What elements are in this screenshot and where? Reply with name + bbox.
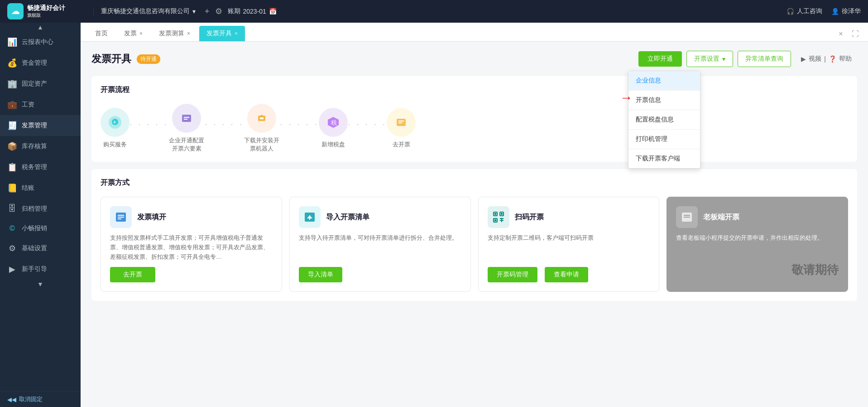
process-step-1: + 购买服务 [101, 108, 129, 149]
import-buttons: 导入清单 [299, 267, 461, 282]
methods-title: 开票方式 [101, 178, 848, 188]
method-import-header: 导入开票清单 [299, 206, 461, 228]
settings-button-label: 开票设置 [694, 55, 719, 63]
main-layout: ▲ 📊 云报表中心 💰 资金管理 🏢 固定资产 💼 工资 🧾 发票管理 📦 库存… [0, 23, 868, 407]
dropdown-item-company[interactable]: 企业信息 [628, 71, 700, 90]
method-boss-header: 老板端开票 [676, 206, 839, 228]
scan-desc: 支持定制开票二维码，客户端可扫码开票 [488, 233, 650, 243]
tab-issue-close[interactable]: × [235, 30, 238, 37]
activate-button[interactable]: 立即开通 [638, 51, 682, 67]
sidebar-item-xinshou[interactable]: ▶ 新手引导 [0, 259, 81, 280]
user-item[interactable]: 👤 徐泽华 [831, 7, 861, 15]
period-value: 2023-01 [243, 8, 266, 15]
divider: | [824, 55, 826, 63]
tab-invoice-label: 发票 [124, 29, 137, 38]
sidebar-item-guding[interactable]: 🏢 固定资产 [0, 73, 81, 94]
sidebar-item-gongzi[interactable]: 💼 工资 [0, 94, 81, 115]
video-button[interactable]: ▶ 视频 | ❓ 帮助 [796, 51, 857, 67]
dropdown-invoiceinfo-label: 开票信息 [636, 96, 661, 103]
abnormal-button[interactable]: 异常清单查询 [738, 51, 791, 67]
view-button[interactable]: 查看申请 [545, 267, 588, 282]
logo-area: ☁ 畅捷通好会计 旗舰版 [7, 3, 88, 19]
step5-icon [387, 108, 416, 137]
calendar-icon[interactable]: 📅 [269, 8, 277, 15]
logo-main: 畅捷通好会计 [27, 4, 65, 12]
money-icon: 💰 [7, 58, 17, 68]
sidebar-label: 税务管理 [22, 163, 47, 171]
tab-issue[interactable]: 发票开具 × [199, 26, 245, 41]
tab-bar: 首页 发票 × 发票测算 × 发票开具 × × ⛶ [81, 23, 868, 42]
tab-estimate[interactable]: 发票测算 × [152, 26, 197, 41]
unpin-label: 取消固定 [19, 395, 43, 403]
fill-icon [110, 206, 132, 228]
chevron-down-icon: ▾ [722, 55, 725, 63]
step1-label: 购买服务 [103, 141, 127, 149]
sidebar-item-guidang[interactable]: 🗄 归档管理 [0, 199, 81, 219]
plus-icon[interactable]: + [205, 7, 210, 16]
tab-close-button[interactable]: × [835, 29, 846, 39]
boss-overlay-text: 敬请期待 [791, 262, 839, 278]
logo-text: 畅捷通好会计 旗舰版 [27, 4, 65, 19]
sidebar-label: 资金管理 [22, 59, 47, 67]
sidebar-scroll-down[interactable]: ▼ [0, 280, 81, 289]
building-icon: 🏢 [7, 79, 17, 89]
sidebar-item-jichu[interactable]: ⚙ 基础设置 [0, 238, 81, 259]
clipboard-icon: 📋 [7, 162, 17, 172]
method-card-boss: 老板端开票 查看老板端小程序提交的开票申请，并作出相应的处理。 敬请期待 [667, 197, 848, 292]
method-card-fill: 发票填开 支持按照发票样式手工填开发票；可开具增值税电子普通发票、增值税普通发票… [101, 197, 282, 292]
gear-icon: ⚙ [7, 243, 17, 253]
sidebar-item-fapiao[interactable]: 🧾 发票管理 [0, 115, 81, 136]
settings-button[interactable]: 开票设置 ▾ [686, 51, 733, 67]
fill-buttons: 去开票 [110, 267, 273, 282]
dropdown-item-printer[interactable]: 打印机管理 [628, 130, 700, 149]
page-header: 发票开具 待开通 立即开通 开票设置 ▾ 异常清单查询 ▶ 视频 | ❓ 帮助 [91, 51, 857, 67]
dropdown-item-download[interactable]: 下载开票客户端 [628, 149, 700, 168]
sidebar-scroll-up[interactable]: ▲ [0, 23, 81, 32]
sidebar-item-shuiwu[interactable]: 📋 税务管理 [0, 157, 81, 178]
dropdown-item-invoiceinfo[interactable]: 开票信息 [628, 91, 700, 110]
tab-expand-button[interactable]: ⛶ [850, 29, 861, 39]
tab-home[interactable]: 首页 [88, 26, 115, 41]
support-item[interactable]: 🎧 人工咨询 [786, 7, 822, 15]
settings-dropdown[interactable]: 企业信息 开票信息 配置税盘信息 打印机管理 下载开票客户端 [628, 71, 700, 169]
sidebar-label: 新手引导 [22, 265, 47, 273]
sidebar-label: 基础设置 [22, 244, 47, 252]
sidebar: ▲ 📊 云报表中心 💰 资金管理 🏢 固定资产 💼 工资 🧾 发票管理 📦 库存… [0, 23, 81, 407]
dropdown-printer-label: 打印机管理 [636, 135, 667, 142]
step-dots-3: · · · · · [280, 119, 319, 129]
archive-icon: 🗄 [7, 204, 17, 213]
svg-text:税: 税 [331, 119, 337, 126]
svg-rect-6 [260, 117, 264, 119]
fill-go-button[interactable]: 去开票 [110, 267, 155, 282]
top-bar: ☁ 畅捷通好会计 旗舰版 重庆畅捷交通信息咨询有限公司 ▾ + ⚙ 账期 202… [0, 0, 868, 23]
step4-icon: 税 [319, 108, 348, 137]
import-icon [299, 206, 321, 228]
period-label: 账期 [228, 7, 240, 15]
sidebar-label: 库存核算 [22, 142, 47, 150]
import-button[interactable]: 导入清单 [299, 267, 342, 282]
sidebar-unpin-button[interactable]: ◀◀ 取消固定 [0, 391, 81, 407]
svg-rect-24 [501, 213, 503, 215]
dropdown-item-taxconfig[interactable]: 配置税盘信息 [628, 110, 700, 129]
red-arrow-indicator: → [620, 91, 633, 105]
question-icon: ❓ [829, 55, 836, 63]
sidebar-item-zijin[interactable]: 💰 资金管理 [0, 53, 81, 73]
company-name: 重庆畅捷交通信息咨询有限公司 [101, 7, 190, 15]
video-label: 视频 [809, 55, 821, 63]
sidebar-item-kucun[interactable]: 📦 库存核算 [0, 136, 81, 157]
dropdown-company-label: 企业信息 [636, 77, 661, 84]
sidebar-item-yunbao[interactable]: 📊 云报表中心 [0, 32, 81, 53]
company-selector[interactable]: 重庆畅捷交通信息咨询有限公司 ▾ [93, 7, 196, 15]
invoice-icon: 🧾 [7, 121, 17, 131]
boss-desc: 查看老板端小程序提交的开票申请，并作出相应的处理。 [676, 233, 839, 243]
process-step-2: 企业开通配置开票六要素 [168, 104, 205, 153]
sidebar-item-xiaochang[interactable]: © 小畅报销 [0, 219, 81, 238]
step-dots-1: · · · · · [129, 119, 168, 129]
tab-estimate-close[interactable]: × [187, 30, 190, 37]
tab-invoice[interactable]: 发票 × [117, 26, 150, 41]
settings-icon[interactable]: ⚙ [215, 6, 222, 16]
qr-button[interactable]: 开票码管理 [488, 267, 537, 282]
tab-invoice-close[interactable]: × [139, 30, 143, 37]
sidebar-item-jiezhang[interactable]: 📒 结账 [0, 178, 81, 199]
step-dots-2: · · · · · [205, 119, 244, 129]
